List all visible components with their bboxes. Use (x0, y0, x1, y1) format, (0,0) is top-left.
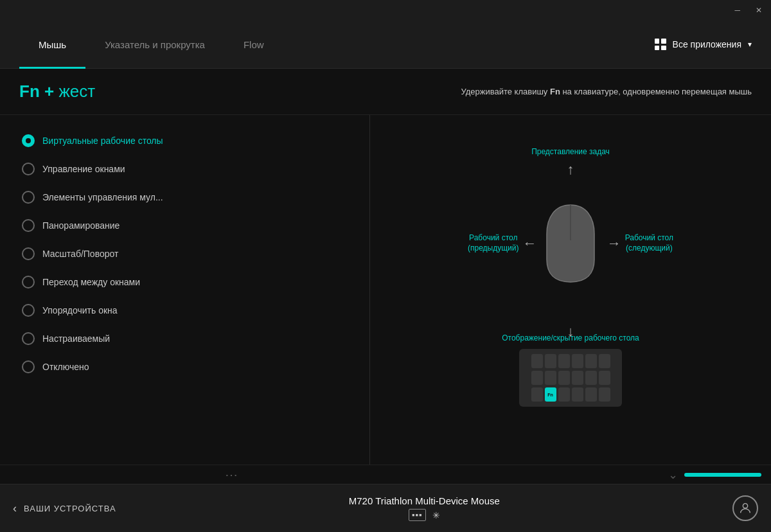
option-label-zoom_rotate: Масштаб/Поворот (42, 249, 118, 259)
app-window: ─ ✕ Мышь Указатель и прокрутка Flow Все … (0, 0, 771, 532)
left-panel: Виртуальные рабочие столыУправление окна… (0, 115, 370, 465)
option-item-virtual_desktops[interactable]: Виртуальные рабочие столы (19, 128, 350, 154)
fn-header: Fn + жест Удерживайте клавишу Fn на клав… (0, 69, 771, 115)
kb-key (558, 387, 570, 402)
kb-key (585, 371, 597, 385)
kb-key (531, 354, 543, 368)
option-item-disabled[interactable]: Отключено (19, 354, 350, 380)
progress-bar (684, 473, 761, 477)
back-button[interactable]: ‹ ВАШИ УСТРОЙСТВА (13, 502, 116, 515)
minimize-button[interactable]: ─ (731, 4, 744, 16)
kb-row-3: Fn (524, 387, 617, 402)
all-apps-label[interactable]: Все приложения (673, 39, 741, 49)
bottom-bar: ⋯ ⌄ (0, 465, 771, 484)
arrow-right-icon: → (607, 235, 621, 252)
option-label-window_management: Управление окнами (42, 164, 125, 174)
top-label: Представление задач (531, 147, 610, 156)
radio-media_controls (22, 191, 35, 204)
title-bar: ─ ✕ (0, 0, 771, 21)
tab-mouse[interactable]: Мышь (19, 21, 85, 69)
radio-disabled (22, 360, 35, 373)
tab-pointer[interactable]: Указатель и прокрутка (85, 21, 224, 69)
kb-key (599, 387, 610, 402)
kb-key (572, 371, 583, 385)
option-item-switch_windows[interactable]: Переход между окнами (19, 269, 350, 295)
right-label: Рабочий стол (следующий) (625, 233, 673, 253)
kb-key (531, 371, 543, 385)
kb-row-2 (524, 371, 617, 385)
close-button[interactable]: ✕ (752, 4, 766, 16)
arrow-up-icon: ↑ (567, 161, 574, 178)
fn-key: Fn (545, 387, 556, 402)
device-info: M720 Triathlon Multi-Device Mouse ▪▪▪ ✳ (116, 495, 732, 521)
kb-row-1 (524, 354, 617, 368)
gesture-diagram: Представление задач ↑ Рабочий стол (461, 134, 680, 353)
mouse-shape (542, 202, 599, 285)
device-icons: ▪▪▪ ✳ (409, 509, 440, 521)
radio-window_management (22, 163, 35, 175)
direction-down: ↓ (567, 323, 574, 340)
option-item-zoom_rotate[interactable]: Масштаб/Поворот (19, 241, 350, 267)
back-arrow-icon: ‹ (13, 502, 17, 515)
option-item-panorama[interactable]: Панорамирование (19, 213, 350, 238)
kb-key (572, 354, 583, 368)
main-content: Fn + жест Удерживайте клавишу Fn на клав… (0, 69, 771, 484)
option-label-media_controls: Элементы управления мул... (42, 192, 163, 202)
chevron-down-icon[interactable]: ▾ (748, 40, 752, 49)
radio-panorama (22, 219, 35, 232)
option-label-virtual_desktops: Виртуальные рабочие столы (42, 136, 163, 146)
radio-virtual_desktops (22, 134, 35, 147)
back-label: ВАШИ УСТРОЙСТВА (24, 504, 116, 513)
keyboard-section: Fn (519, 349, 622, 407)
left-label: Рабочий стол (предыдущий) (468, 233, 518, 253)
option-item-media_controls[interactable]: Элементы управления мул... (19, 184, 350, 210)
snowflake-icon: ✳ (432, 510, 440, 520)
direction-up: Представление задач ↑ (531, 147, 610, 178)
tab-bar: Мышь Указатель и прокрутка Flow Все прил… (0, 21, 771, 69)
direction-right: → Рабочий стол (следующий) (607, 233, 673, 253)
option-label-arrange_windows: Упорядочить окна (42, 305, 118, 315)
kb-key (545, 371, 556, 385)
option-label-custom: Настраиваемый (42, 333, 110, 344)
right-panel: Представление задач ↑ Рабочий стол (370, 115, 771, 465)
tab-flow[interactable]: Flow (224, 21, 283, 69)
kb-key (558, 371, 570, 385)
radio-switch_windows (22, 276, 35, 288)
tabs: Мышь Указатель и прокрутка Flow (19, 21, 655, 69)
kb-key (585, 354, 597, 368)
direction-left: Рабочий стол (предыдущий) ← (468, 233, 536, 253)
radio-custom (22, 332, 35, 345)
apps-section: Все приложения ▾ (655, 39, 752, 50)
footer: ‹ ВАШИ УСТРОЙСТВА M720 Triathlon Multi-D… (0, 484, 771, 532)
kb-key (599, 371, 610, 385)
svg-point-1 (743, 504, 747, 508)
radio-arrange_windows (22, 304, 35, 317)
option-item-custom[interactable]: Настраиваемый (19, 326, 350, 351)
keyboard-visual: Fn (519, 349, 622, 407)
fn-description: Удерживайте клавишу Fn на клавиатуре, од… (461, 87, 752, 96)
fn-title: Fn + жест (19, 82, 95, 102)
device-name: M720 Triathlon Multi-Device Mouse (349, 495, 500, 506)
kb-key (531, 387, 543, 402)
radio-zoom_rotate (22, 247, 35, 260)
kb-key (545, 354, 556, 368)
kb-key (599, 354, 610, 368)
battery-icon: ▪▪▪ (409, 509, 426, 521)
panels: Виртуальные рабочие столыУправление окна… (0, 115, 771, 465)
arrow-down-icon: ↓ (567, 323, 574, 340)
option-label-panorama: Панорамирование (42, 220, 120, 231)
apps-grid-icon[interactable] (655, 39, 666, 50)
option-label-disabled: Отключено (42, 362, 89, 372)
kb-key (572, 387, 583, 402)
user-icon[interactable] (732, 495, 758, 521)
option-item-window_management[interactable]: Управление окнами (19, 156, 350, 182)
option-label-switch_windows: Переход между окнами (42, 277, 140, 287)
arrow-left-icon: ← (522, 235, 536, 252)
kb-key (585, 387, 597, 402)
kb-key (558, 354, 570, 368)
option-item-arrange_windows[interactable]: Упорядочить окна (19, 297, 350, 323)
